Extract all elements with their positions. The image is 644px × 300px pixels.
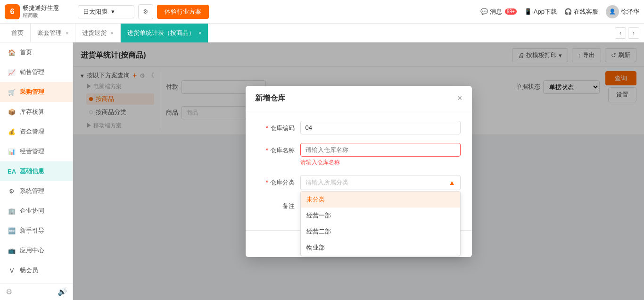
sidebar-label-basic: 基础信息 — [20, 167, 44, 175]
dropdown-item-0[interactable]: 未分类 — [301, 192, 460, 208]
code-field — [300, 121, 461, 134]
sidebar-item-app[interactable]: 📺 应用中心 — [0, 241, 73, 260]
tab-home-label: 首页 — [11, 29, 24, 37]
new-warehouse-modal: 新增仓库 × 仓库编码 — [246, 86, 472, 257]
warehouse-code-input[interactable] — [300, 121, 461, 134]
tab-home[interactable]: 首页 — [5, 24, 31, 42]
sidebar-label-system: 系统管理 — [20, 187, 44, 195]
header-middle: 日太阳膜 ▾ ⚙ 体验行业方案 — [78, 4, 480, 19]
sidebar-item-sales[interactable]: 📈 销售管理 — [0, 62, 73, 82]
category-placeholder: 请输入所属分类 — [305, 178, 348, 187]
modal-close-button[interactable]: × — [457, 93, 462, 103]
sidebar-item-inventory[interactable]: 📦 库存核算 — [0, 102, 73, 122]
trial-button[interactable]: 体验行业方案 — [157, 5, 209, 19]
online-service-label: 在线客服 — [574, 8, 598, 16]
category-dropdown-trigger[interactable]: 请输入所属分类 ▲ — [300, 175, 461, 190]
app-center-icon: 📺 — [8, 246, 16, 255]
name-error-text: 请输入仓库名称 — [300, 158, 461, 167]
enterprise-icon: 🏢 — [8, 207, 16, 215]
sidebar-label-enterprise: 企业协同 — [20, 207, 44, 215]
sidebar-item-vip[interactable]: V 畅会员 — [0, 260, 73, 280]
sidebar-item-purchase[interactable]: 🛒 采购管理 — [0, 82, 73, 102]
sales-icon: 📈 — [8, 68, 16, 76]
tab-purchase-return[interactable]: 进货退货 × — [75, 24, 120, 42]
chevron-up-icon: ▲ — [449, 179, 455, 186]
sidebar-label-finance: 资金管理 — [20, 127, 44, 136]
sidebar-label-home: 首页 — [20, 48, 32, 57]
user-menu[interactable]: 👤 徐泽华 — [606, 5, 639, 18]
app-edition: 精简版 — [23, 12, 59, 19]
home-icon: 🏠 — [8, 48, 16, 57]
app-download-item[interactable]: 📱 App下载 — [524, 8, 557, 16]
sidebar-label-sales: 销售管理 — [20, 68, 44, 76]
chevron-down-icon: ▾ — [111, 8, 115, 15]
dropdown-item-3[interactable]: 物业部 — [301, 240, 460, 256]
logo-area: 6 畅捷通好生意 精简版 — [5, 4, 78, 19]
sidebar-label-purchase: 采购管理 — [20, 88, 44, 96]
message-icon: 💬 — [480, 8, 488, 15]
sidebar-audio-icon[interactable]: 🔊 — [58, 287, 67, 296]
content-area: 进货单统计(按商品) 🖨 按模板打印 ▾ ↑ 导出 ↺ 刷新 — [73, 42, 644, 300]
tab-account-close[interactable]: × — [66, 30, 68, 36]
store-selector[interactable]: 日太阳膜 ▾ — [78, 5, 134, 18]
modal-overlay: 新增仓库 × 仓库编码 — [73, 42, 644, 300]
sidebar-item-home[interactable]: 🏠 首页 — [0, 42, 73, 62]
warehouse-name-input[interactable] — [300, 143, 461, 157]
name-field: 请输入仓库名称 — [300, 143, 461, 167]
headset-icon: 🎧 — [564, 8, 572, 15]
app-download-label: App下载 — [534, 8, 557, 16]
warehouse-code-row: 仓库编码 — [257, 121, 461, 134]
category-label: 仓库分类 — [257, 175, 295, 187]
tab-purchase-stats[interactable]: 进货单统计表（按商品） × — [121, 24, 208, 42]
warehouse-name-row: 仓库名称 请输入仓库名称 — [257, 143, 461, 167]
code-label: 仓库编码 — [257, 121, 295, 133]
sidebar-item-finance[interactable]: 💰 资金管理 — [0, 122, 73, 142]
category-field: 请输入所属分类 ▲ 未分类 经营一部 — [300, 175, 461, 190]
purchase-icon: 🛒 — [8, 88, 16, 96]
name-label: 仓库名称 — [257, 143, 295, 155]
sidebar-item-basic[interactable]: EA 基础信息 — [0, 161, 73, 181]
sidebar-label-vip: 畅会员 — [20, 266, 38, 275]
modal-title: 新增仓库 — [255, 93, 285, 103]
inventory-icon: 📦 — [8, 108, 16, 116]
guide-icon: 🆕 — [8, 226, 16, 235]
sidebar-item-enterprise[interactable]: 🏢 企业协同 — [0, 201, 73, 221]
modal-header: 新增仓库 × — [246, 86, 472, 111]
tab-purchase-return-close[interactable]: × — [110, 30, 113, 36]
operation-icon: 📊 — [8, 147, 16, 156]
user-name: 徐泽华 — [621, 8, 639, 16]
sidebar-item-system[interactable]: ⚙ 系统管理 — [0, 181, 73, 201]
app-logo-icon: 6 — [5, 4, 20, 19]
category-dropdown-list: 未分类 经营一部 经营二部 物业部 — [300, 191, 461, 256]
tab-purchase-stats-close[interactable]: × — [198, 30, 201, 36]
tab-purchase-return-label: 进货退货 — [82, 29, 107, 37]
main-layout: 🏠 首页 📈 销售管理 🛒 采购管理 📦 库存核算 💰 资金管理 📊 经营管理 … — [0, 42, 644, 300]
messages-badge: 99+ — [505, 8, 517, 15]
top-header: 6 畅捷通好生意 精简版 日太阳膜 ▾ ⚙ 体验行业方案 💬 消息 99+ 📱 … — [0, 0, 644, 24]
messages-item[interactable]: 💬 消息 99+ — [480, 8, 517, 16]
dropdown-item-2[interactable]: 经营二部 — [301, 224, 460, 240]
sidebar-item-operation[interactable]: 📊 经营管理 — [0, 142, 73, 161]
tab-actions: ‹ › — [615, 27, 644, 39]
basic-icon: EA — [8, 167, 16, 175]
user-avatar: 👤 — [606, 5, 619, 18]
header-right: 💬 消息 99+ 📱 App下载 🎧 在线客服 👤 徐泽华 — [480, 5, 639, 18]
sidebar-label-operation: 经营管理 — [20, 147, 44, 156]
dropdown-item-1[interactable]: 经营一部 — [301, 208, 460, 224]
warehouse-category-row: 仓库分类 请输入所属分类 ▲ 未分类 — [257, 175, 461, 190]
tab-prev-btn[interactable]: ‹ — [615, 27, 626, 39]
sidebar-item-guide[interactable]: 🆕 新手引导 — [0, 221, 73, 241]
vip-icon: V — [8, 266, 16, 275]
logo-text-block: 畅捷通好生意 精简版 — [23, 4, 59, 19]
gear-button[interactable]: ⚙ — [138, 4, 153, 19]
sidebar-settings-icon[interactable]: ⚙ — [6, 287, 12, 296]
store-name: 日太阳膜 — [83, 8, 107, 16]
sidebar-label-app: 应用中心 — [20, 246, 44, 255]
tab-account-label: 账套管理 — [37, 29, 62, 37]
tab-next-btn[interactable]: › — [628, 27, 639, 39]
system-icon: ⚙ — [8, 187, 16, 195]
tab-account[interactable]: 账套管理 × — [31, 24, 75, 42]
phone-icon: 📱 — [524, 8, 532, 15]
app-name: 畅捷通好生意 — [23, 4, 59, 12]
online-service-item[interactable]: 🎧 在线客服 — [564, 8, 598, 16]
